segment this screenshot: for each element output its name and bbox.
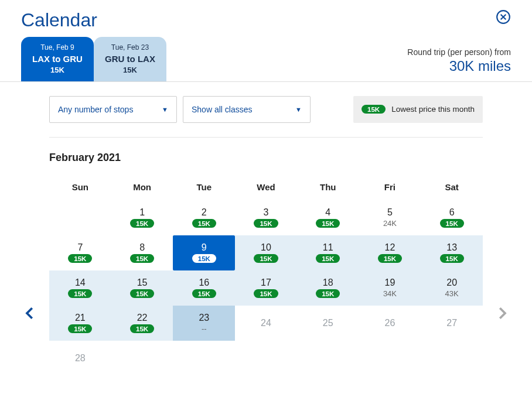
calendar-row: 2115K2215K23--24252627	[49, 306, 483, 341]
calendar-day[interactable]: 315K	[235, 200, 297, 235]
day-number: 23	[199, 313, 209, 323]
trip-summary-miles: 30K miles	[407, 58, 511, 74]
lowest-price-badge: 15K	[362, 105, 386, 114]
calendar-row: 715K815K915K1015K1115K1215K1315K	[49, 235, 483, 270]
calendar-day[interactable]: 1615K	[173, 270, 235, 306]
tab-route: LAX to GRU	[26, 53, 89, 65]
day-number: 11	[323, 242, 333, 253]
calendar-day[interactable]: 1315K	[421, 235, 483, 270]
day-number: 19	[385, 277, 395, 288]
day-number: 15	[137, 277, 148, 288]
day-price: 43K	[445, 289, 459, 298]
trip-tabs: Tue, Feb 9 LAX to GRU 15K Tue, Feb 23 GR…	[21, 37, 166, 81]
day-number: 9	[202, 242, 207, 253]
close-button[interactable]	[496, 9, 511, 27]
calendar-day[interactable]: 1415K	[49, 270, 111, 306]
class-dropdown[interactable]: Show all classes ▼	[183, 96, 311, 123]
tab-return[interactable]: Tue, Feb 23 GRU to LAX 15K	[94, 37, 166, 81]
calendar-day[interactable]: 28	[49, 341, 111, 376]
day-number: 25	[323, 318, 333, 328]
calendar-day[interactable]: 26	[359, 306, 421, 341]
day-price: 15K	[68, 324, 92, 333]
calendar-day[interactable]: 1115K	[297, 235, 359, 270]
calendar-day[interactable]: 2115K	[49, 306, 111, 341]
day-number: 2	[202, 207, 207, 218]
day-price: 15K	[440, 254, 464, 263]
calendar-day[interactable]: 415K	[297, 200, 359, 235]
calendar-day	[359, 341, 421, 376]
day-price: 15K	[254, 219, 278, 228]
day-price: 15K	[130, 219, 154, 228]
calendar-day[interactable]: 1215K	[359, 235, 421, 270]
day-header: Fri	[359, 174, 421, 200]
next-month-button[interactable]	[493, 304, 511, 324]
calendar-day[interactable]: 2043K	[421, 270, 483, 306]
day-price: 15K	[192, 289, 216, 298]
day-number: 8	[139, 242, 145, 253]
day-price: 15K	[254, 289, 278, 298]
calendar-day[interactable]: 23--	[173, 306, 235, 341]
calendar-day[interactable]: 1715K	[235, 270, 297, 306]
calendar-day[interactable]: 615K	[421, 200, 483, 235]
day-price: 15K	[68, 254, 92, 263]
page-title: Calendar	[21, 9, 97, 31]
day-price: 15K	[378, 254, 402, 263]
tabs-bar: Tue, Feb 9 LAX to GRU 15K Tue, Feb 23 GR…	[0, 37, 532, 82]
calendar-day	[421, 341, 483, 376]
day-number: 24	[261, 318, 271, 328]
calendar-day[interactable]: 2215K	[111, 306, 173, 341]
tab-route: GRU to LAX	[98, 53, 162, 65]
calendar-day[interactable]: 115K	[111, 200, 173, 235]
day-number: 27	[446, 318, 457, 328]
day-price: 15K	[254, 254, 278, 263]
day-price: 15K	[192, 254, 216, 263]
tab-date: Tue, Feb 9	[26, 43, 89, 53]
calendar-day[interactable]: 1015K	[235, 235, 297, 270]
calendar-day	[297, 341, 359, 376]
day-number: 22	[137, 313, 148, 323]
trip-summary: Round trip (per person) from 30K miles	[407, 47, 511, 81]
day-number: 28	[75, 353, 86, 364]
calendar-day	[111, 341, 173, 376]
day-price: 15K	[316, 289, 340, 298]
calendar-day[interactable]: 1515K	[111, 270, 173, 306]
day-number: 21	[75, 313, 86, 323]
dropdown-label: Any number of stops	[58, 105, 133, 114]
calendar-day[interactable]: 24	[235, 306, 297, 341]
filters: Any number of stops ▼ Show all classes ▼…	[49, 96, 483, 138]
calendar-day[interactable]: 27	[421, 306, 483, 341]
day-price: 15K	[130, 324, 154, 333]
day-number: 3	[264, 207, 269, 218]
day-number: 17	[261, 277, 271, 288]
calendar-day	[235, 341, 297, 376]
prev-month-button[interactable]	[21, 304, 39, 324]
stops-dropdown[interactable]: Any number of stops ▼	[49, 96, 177, 123]
day-number: 10	[261, 242, 271, 253]
calendar-day	[173, 341, 235, 376]
day-header: Sat	[421, 174, 483, 200]
day-header: Thu	[297, 174, 359, 200]
calendar-day[interactable]: 1815K	[297, 270, 359, 306]
day-price: --	[202, 324, 207, 333]
calendar-day[interactable]: 25	[297, 306, 359, 341]
day-price: 15K	[130, 289, 154, 298]
day-number: 12	[385, 242, 395, 253]
day-number: 7	[77, 242, 83, 253]
day-price: 15K	[316, 219, 340, 228]
trip-summary-label: Round trip (per person) from	[407, 47, 511, 57]
day-number: 13	[446, 242, 457, 253]
calendar-day[interactable]: 1934K	[359, 270, 421, 306]
tab-miles: 15K	[98, 65, 162, 76]
calendar-day[interactable]: 215K	[173, 200, 235, 235]
filter-group: Any number of stops ▼ Show all classes ▼	[49, 96, 311, 123]
close-icon	[496, 9, 511, 25]
calendar-day[interactable]: 815K	[111, 235, 173, 270]
calendar-day[interactable]: 524K	[359, 200, 421, 235]
calendar-day[interactable]: 715K	[49, 235, 111, 270]
calendar-day[interactable]: 915K	[173, 235, 235, 270]
day-price: 24K	[383, 219, 397, 228]
day-number: 4	[325, 207, 330, 218]
day-number: 5	[387, 207, 393, 218]
tab-departure[interactable]: Tue, Feb 9 LAX to GRU 15K	[21, 37, 94, 81]
month-label: February 2021	[49, 152, 483, 164]
